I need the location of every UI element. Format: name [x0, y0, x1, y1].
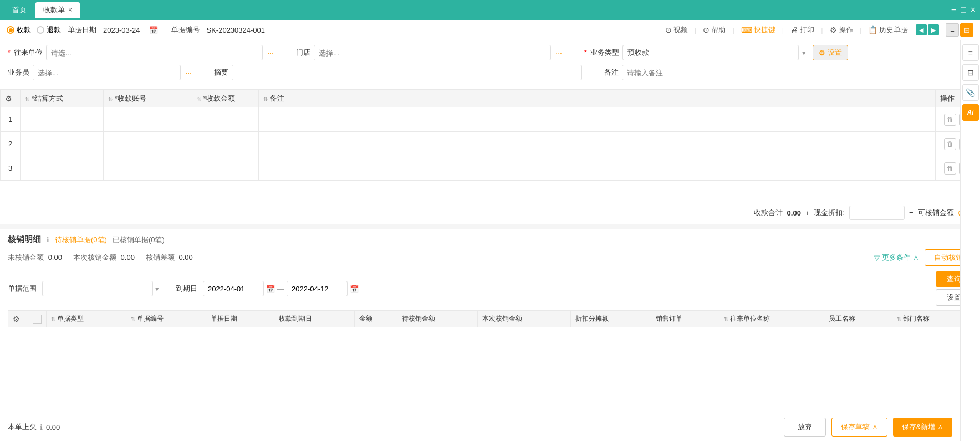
row2-account[interactable] — [104, 132, 192, 156]
verif-header: 核销明细 ℹ 待核销单据(0笔) 已核销单据(0笔) — [8, 234, 972, 245]
select-all-checkbox[interactable] — [33, 315, 42, 324]
window-close-icon[interactable]: × — [971, 5, 976, 15]
discount-input[interactable] — [849, 206, 905, 220]
current-label: 本次核销金额 — [73, 253, 116, 261]
row2-amount[interactable] — [192, 132, 259, 156]
panel-icon-1[interactable]: ≡ — [962, 44, 979, 61]
biz-type-input[interactable] — [622, 45, 799, 60]
date-from-input[interactable] — [203, 281, 264, 296]
print-action[interactable]: 🖨 打印 — [790, 25, 814, 35]
calendar-from-icon[interactable]: 📅 — [266, 285, 275, 293]
salesman-field: 业务员 ··· — [8, 65, 192, 80]
table-settings-icon[interactable]: ⚙ — [5, 94, 12, 103]
filter-icon: ▽ — [874, 254, 880, 262]
diff-val: 0.00 — [179, 253, 193, 261]
bottom-table-settings-icon[interactable]: ⚙ — [13, 315, 20, 324]
prev-btn[interactable]: ◀ — [916, 24, 927, 35]
save-draft-btn[interactable]: 保存草稿 ∧ — [831, 418, 887, 437]
row3-settle[interactable] — [21, 156, 104, 181]
salesman-ellipsis[interactable]: ··· — [185, 68, 192, 77]
shortcut-action[interactable]: ⌨ 快捷键 — [741, 25, 775, 35]
calendar-icon[interactable]: 📅 — [149, 26, 158, 34]
tab-done[interactable]: 已核销单据(0笔) — [113, 235, 165, 245]
nav-arrows: ◀ ▶ — [916, 24, 939, 35]
unverified-stat: 未核销金额 0.00 — [8, 253, 62, 263]
footer-info-icon[interactable]: ℹ — [40, 423, 43, 432]
row3-account[interactable] — [104, 156, 192, 181]
filter-bar: 单据范围 ▾ 到期日 📅 — 📅 查询 设置 — [8, 271, 972, 306]
th-amount: ⇅ *收款金额 — [192, 90, 259, 107]
row1-note[interactable] — [259, 107, 936, 132]
panel-icon-2[interactable]: ⊟ — [962, 64, 979, 81]
table-row: 2 🗑 ⧉ — [1, 132, 980, 156]
setup-button[interactable]: ⚙ 设置 — [813, 45, 848, 60]
history-action[interactable]: 📋 历史单据 — [868, 25, 908, 35]
shortcut-label: 快捷键 — [754, 25, 775, 35]
counterpart-ellipsis[interactable]: ··· — [267, 48, 274, 57]
tab-current[interactable]: 收款单 × — [35, 2, 80, 18]
row1-amount[interactable] — [192, 107, 259, 132]
abandon-btn[interactable]: 放弃 — [784, 418, 826, 437]
panel-icon-4[interactable]: Ai — [962, 104, 979, 121]
video-icon: ⊙ — [665, 25, 672, 34]
bth-counterpart: ⇅ 往来单位名称 — [719, 311, 824, 327]
unverified-label: 未核销金额 — [8, 253, 44, 261]
row2-delete-icon[interactable]: 🗑 — [944, 138, 956, 150]
row2-note[interactable] — [259, 132, 936, 156]
more-conditions-btn[interactable]: ▽ 更多条件 ∧ — [874, 253, 919, 263]
row1-settle[interactable] — [21, 107, 104, 132]
verif-info-icon[interactable]: ℹ — [47, 236, 49, 244]
operate-action[interactable]: ⚙ 操作 — [830, 25, 853, 35]
plus-symbol: + — [805, 209, 810, 217]
maximize-icon[interactable]: □ — [961, 5, 966, 15]
help-action[interactable]: ⊙ 帮助 — [703, 25, 726, 35]
bottom-table: ⚙ ⇅ 单据类型 ⇅ 单据编号 单据日期 — [8, 310, 972, 327]
history-icon: 📋 — [868, 25, 877, 34]
store-ellipsis[interactable]: ··· — [555, 48, 562, 57]
list-view-btn[interactable]: ≡ — [946, 23, 959, 37]
range-select-arrow[interactable]: ▾ — [155, 285, 159, 293]
radio-tuikuan[interactable]: 退款 — [37, 25, 61, 35]
save-new-label: 保存&新增 ∧ — [902, 422, 943, 432]
row1-delete-icon[interactable]: 🗑 — [944, 114, 956, 126]
biz-type-arrow[interactable]: ▾ — [802, 49, 806, 57]
row2-settle[interactable] — [21, 132, 104, 156]
calendar-to-icon[interactable]: 📅 — [350, 285, 359, 293]
tab-pending[interactable]: 待核销单据(0笔) — [55, 235, 107, 245]
save-new-btn[interactable]: 保存&新增 ∧ — [893, 418, 952, 437]
radio-shoukuan[interactable]: 收款 — [7, 25, 31, 35]
video-action[interactable]: ⊙ 视频 — [665, 25, 688, 35]
current-val: 0.00 — [121, 253, 135, 261]
remark-field: 备注 — [604, 65, 972, 80]
form-row-2: 业务员 ··· 摘要 备注 — [8, 65, 972, 80]
row3-delete-icon[interactable]: 🗑 — [944, 162, 956, 175]
grid-view-btn[interactable]: ⊞ — [960, 23, 973, 37]
summary-label: 摘要 — [214, 68, 228, 78]
store-input[interactable] — [314, 45, 551, 60]
summary-input[interactable] — [232, 65, 582, 80]
summary-field: 摘要 — [214, 65, 582, 80]
verif-title: 核销明细 — [8, 234, 41, 245]
salesman-input[interactable] — [33, 65, 181, 80]
date-to-input[interactable] — [287, 281, 348, 296]
minimize-icon[interactable]: − — [951, 5, 956, 15]
panel-icon-3[interactable]: 📎 — [962, 84, 979, 101]
counterpart-label: 往来单位 — [14, 48, 43, 58]
row-num-2: 2 — [1, 132, 21, 156]
next-btn[interactable]: ▶ — [928, 24, 939, 35]
bth-doc-no: ⇅ 单据编号 — [126, 311, 206, 327]
bottom-table-wrap: ⚙ ⇅ 单据类型 ⇅ 单据编号 单据日期 — [8, 310, 972, 327]
diff-label: 核销差额 — [146, 253, 175, 261]
window-controls: − □ × — [951, 5, 976, 15]
counterpart-input[interactable] — [46, 45, 263, 60]
counterpart-field: * 往来单位 ··· — [8, 45, 274, 60]
tab-home[interactable]: 首页 — [4, 2, 34, 18]
remark-input[interactable] — [622, 65, 972, 80]
discount-label: 现金折扣: — [814, 208, 845, 218]
row3-note[interactable] — [259, 156, 936, 181]
range-select-input[interactable] — [42, 281, 153, 296]
tab-close-icon[interactable]: × — [68, 6, 72, 14]
row1-account[interactable] — [104, 107, 192, 132]
form-area: * 往来单位 ··· 门店 ··· * 业务类型 ▾ ⚙ 设置 — [0, 40, 980, 90]
row3-amount[interactable] — [192, 156, 259, 181]
